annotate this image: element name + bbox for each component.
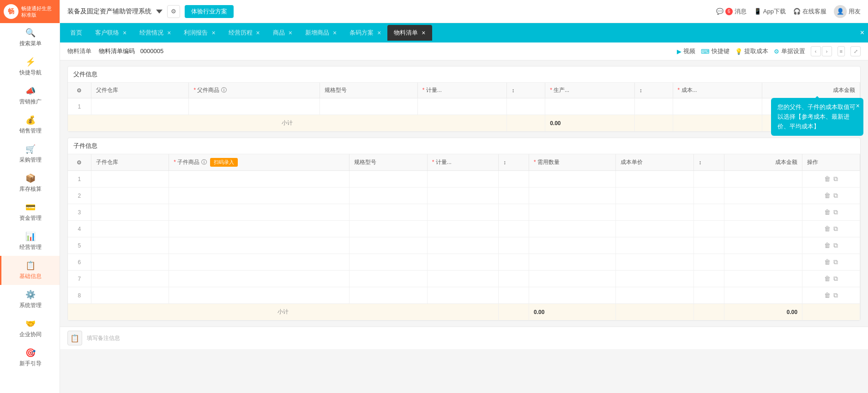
parent-warehouse-cell[interactable] xyxy=(91,98,189,115)
child-unit-cell[interactable] xyxy=(427,221,498,237)
parent-th-gear[interactable]: ⚙ xyxy=(68,83,91,98)
prev-arrow[interactable]: ‹ xyxy=(811,46,821,56)
copy-icon[interactable]: ⧉ xyxy=(833,225,838,233)
scan-button[interactable]: 扫码录入 xyxy=(210,158,238,167)
tooltip-close-button[interactable]: × xyxy=(856,101,860,111)
child-unit-cost-cell[interactable] xyxy=(616,204,694,221)
tab-close-profit[interactable]: × xyxy=(211,29,215,36)
menu-icon[interactable]: ≡ xyxy=(838,46,845,56)
tab-close-barcode[interactable]: × xyxy=(377,29,381,36)
child-unit-cell[interactable] xyxy=(427,287,498,304)
child-goods-cell[interactable] xyxy=(169,237,350,254)
child-warehouse-cell[interactable] xyxy=(91,171,169,187)
single-settings-action[interactable]: ⚙ 单据设置 xyxy=(774,47,805,55)
parent-goods-cell[interactable] xyxy=(189,98,320,115)
child-spec-cell[interactable] xyxy=(350,287,428,304)
child-unit-cost-cell[interactable] xyxy=(616,221,694,237)
child-goods-cell[interactable] xyxy=(169,287,350,304)
nav-tab-bom[interactable]: 物料清单× xyxy=(387,25,432,41)
child-qty-cell[interactable] xyxy=(529,204,616,221)
notes-icon[interactable]: 📋 xyxy=(67,331,82,345)
delete-icon[interactable]: 🗑 xyxy=(824,208,831,216)
child-qty-cell[interactable] xyxy=(529,221,616,237)
nav-tab-customer[interactable]: 客户联络× xyxy=(89,25,133,41)
tab-close-bom[interactable]: × xyxy=(422,29,425,36)
child-unit-cell[interactable] xyxy=(427,271,498,287)
close-all-tabs[interactable]: × xyxy=(860,29,864,37)
tab-close-history[interactable]: × xyxy=(256,29,260,36)
child-goods-cell[interactable] xyxy=(169,187,350,204)
sidebar-item-purchase[interactable]: 🛒采购管理 xyxy=(0,139,60,169)
sidebar-item-operation[interactable]: 📊经营管理 xyxy=(0,227,60,256)
delete-icon[interactable]: 🗑 xyxy=(824,225,831,233)
child-qty-cell[interactable] xyxy=(529,237,616,254)
online-service-button[interactable]: 🎧 在线客服 xyxy=(793,7,826,16)
child-qty-cell[interactable] xyxy=(529,171,616,187)
child-goods-cell[interactable] xyxy=(169,271,350,287)
child-goods-cell[interactable] xyxy=(169,204,350,221)
copy-icon[interactable]: ⧉ xyxy=(833,275,838,283)
delete-icon[interactable]: 🗑 xyxy=(824,192,831,200)
child-spec-cell[interactable] xyxy=(350,204,428,221)
sidebar-item-basic[interactable]: 📋基础信息 xyxy=(0,256,60,285)
child-qty-cell[interactable] xyxy=(529,187,616,204)
sidebar-item-finance[interactable]: 💳资金管理 xyxy=(0,198,60,227)
user-menu[interactable]: 👤 用友 xyxy=(834,5,861,18)
nav-tab-operation_status[interactable]: 经营情况× xyxy=(133,25,177,41)
tab-close-new_goods[interactable]: × xyxy=(333,29,337,36)
child-qty-cell[interactable] xyxy=(529,254,616,271)
sidebar-item-system[interactable]: ⚙️系统管理 xyxy=(0,285,60,314)
copy-icon[interactable]: ⧉ xyxy=(833,192,838,200)
child-warehouse-cell[interactable] xyxy=(91,187,169,204)
child-unit-cell[interactable] xyxy=(427,204,498,221)
child-spec-cell[interactable] xyxy=(350,171,428,187)
extract-cost-action[interactable]: 💡 提取成本 xyxy=(735,47,768,55)
child-unit-cell[interactable] xyxy=(427,187,498,204)
child-unit-cell[interactable] xyxy=(427,237,498,254)
delete-icon[interactable]: 🗑 xyxy=(824,175,831,183)
child-unit-cost-cell[interactable] xyxy=(616,237,694,254)
settings-gear-icon[interactable]: ⚙ xyxy=(167,5,180,18)
trial-button[interactable]: 体验行业方案 xyxy=(185,5,234,18)
sidebar-item-sales[interactable]: 💰销售管理 xyxy=(0,110,60,139)
child-unit-cost-cell[interactable] xyxy=(616,271,694,287)
delete-icon[interactable]: 🗑 xyxy=(824,258,831,266)
child-qty-cell[interactable] xyxy=(529,271,616,287)
nav-tab-history[interactable]: 经营历程× xyxy=(222,25,266,41)
parent-unit-cell[interactable] xyxy=(417,98,506,115)
sidebar-item-marketing[interactable]: 📣营销推广 xyxy=(0,81,60,110)
copy-icon[interactable]: ⧉ xyxy=(833,291,838,299)
delete-icon[interactable]: 🗑 xyxy=(824,291,831,299)
child-spec-cell[interactable] xyxy=(350,187,428,204)
child-unit-cost-cell[interactable] xyxy=(616,187,694,204)
tab-close-customer[interactable]: × xyxy=(123,29,127,36)
child-goods-cell[interactable] xyxy=(169,254,350,271)
child-warehouse-cell[interactable] xyxy=(91,271,169,287)
sidebar-item-guide[interactable]: 🎯新手引导 xyxy=(0,343,60,372)
nav-tab-goods[interactable]: 商品× xyxy=(266,25,299,41)
shortcut-action[interactable]: ⌨ 快捷键 xyxy=(701,47,729,55)
system-dropdown[interactable] xyxy=(156,8,163,15)
child-warehouse-cell[interactable] xyxy=(91,204,169,221)
copy-icon[interactable]: ⧉ xyxy=(833,208,838,216)
child-unit-cost-cell[interactable] xyxy=(616,254,694,271)
child-unit-cell[interactable] xyxy=(427,254,498,271)
parent-spec-cell[interactable] xyxy=(319,98,417,115)
child-th-gear[interactable]: ⚙ xyxy=(68,154,91,171)
child-spec-cell[interactable] xyxy=(350,271,428,287)
nav-tab-new_goods[interactable]: 新增商品× xyxy=(299,25,343,41)
child-warehouse-cell[interactable] xyxy=(91,237,169,254)
nav-tab-profit[interactable]: 利润报告× xyxy=(177,25,222,41)
copy-icon[interactable]: ⧉ xyxy=(833,258,838,266)
child-unit-cost-cell[interactable] xyxy=(616,171,694,187)
child-goods-cell[interactable] xyxy=(169,221,350,237)
message-button[interactable]: 💬 6 消息 xyxy=(716,7,747,16)
nav-tab-barcode[interactable]: 条码方案× xyxy=(343,25,387,41)
sidebar-item-cooperation[interactable]: 🤝企业协同 xyxy=(0,314,60,343)
copy-icon[interactable]: ⧉ xyxy=(833,242,838,249)
next-arrow[interactable]: › xyxy=(822,46,832,56)
nav-tab-home[interactable]: 首页 xyxy=(64,25,89,41)
app-download-button[interactable]: 📱 App下载 xyxy=(754,7,786,16)
tab-close-goods[interactable]: × xyxy=(289,29,292,36)
tab-close-operation_status[interactable]: × xyxy=(167,29,171,36)
